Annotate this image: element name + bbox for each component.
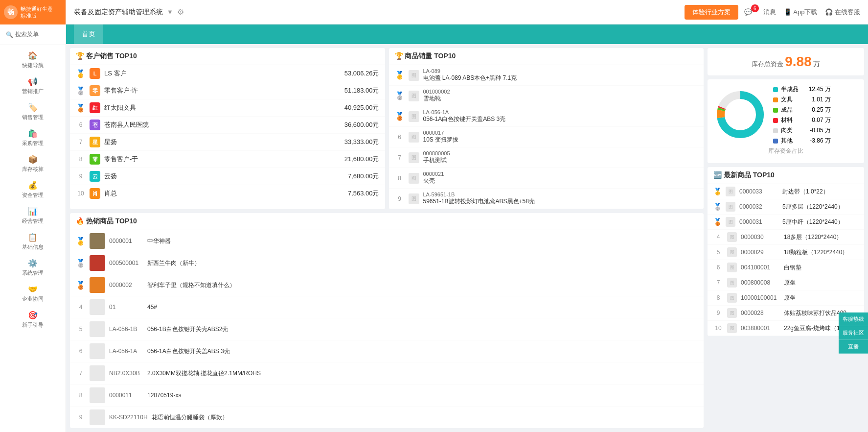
hot-rank-number: 4 — [76, 304, 86, 311]
newest-product-img: 图 — [726, 217, 735, 227]
sidebar-item-quick[interactable]: 🏠 快捷导航 — [0, 47, 66, 73]
customer-name: 零售客户-于 — [104, 155, 341, 164]
app-download-button[interactable]: 📱 App下载 — [784, 8, 817, 17]
hot-products-list: 🥇 0000001 中华神器 🥈 000500001 新西兰牛肉（新牛） 🥉 0… — [70, 230, 704, 428]
sidebar-item-base[interactable]: 📋 基础信息 — [0, 229, 66, 255]
online-service-button[interactable]: 🎧 在线客服 — [825, 8, 860, 17]
newest-product-img: 图 — [727, 308, 737, 318]
product-rank-card: 🏆 商品销量 TOP10 🥇 图 LA-089 电池盖 LA-089 ABS本色… — [389, 48, 704, 209]
gear-icon[interactable]: ⚙ — [177, 7, 184, 17]
sidebar-item-collab[interactable]: 🤝 企业协同 — [0, 281, 66, 307]
hot-product-code: 0000011 — [109, 392, 143, 399]
product-rank-table: 🥇 图 LA-089 电池盖 LA-089 ABS本色+黑种 7.1克 🥈 图 … — [389, 65, 704, 209]
sidebar-item-system[interactable]: ⚙️ 系统管理 — [0, 255, 66, 281]
headset-icon: 🎧 — [825, 8, 833, 16]
product-img: 图 — [409, 132, 419, 143]
newest-product-code: 0000029 — [741, 249, 780, 256]
product-img: 图 — [409, 152, 419, 163]
product-rank-row: 6 图 0000017 10S 变扭罗拔 — [389, 127, 704, 147]
product-img: 图 — [409, 91, 419, 101]
product-name: 雪地靴 — [423, 95, 698, 103]
search-menu-button[interactable]: 🔍 搜索菜单 — [4, 28, 62, 41]
topbar: 装备及固定资产辅助管理系统 ▼ ⚙ 体验行业方案 💬 6 消息 📱 App下载 … — [66, 0, 868, 24]
silver-medal-icon: 🥈 — [76, 86, 86, 96]
hot-product-name: 056-1A白色按键开关盖ABS 3壳 — [147, 347, 698, 356]
product-name: 夹壳 — [423, 177, 698, 185]
newest-product-name: 5厘中纤（1220*2440） — [782, 218, 858, 226]
trial-button[interactable]: 体验行业方案 — [685, 5, 738, 20]
nav-icon-finance: 💰 — [28, 181, 38, 190]
nav-icon-guide: 🎯 — [28, 311, 38, 320]
nav-icon-quick: 🏠 — [28, 51, 38, 60]
logo-icon: 畅 — [4, 5, 18, 19]
customer-badge: 红 — [90, 102, 100, 113]
float-btn[interactable]: 客服热线 — [839, 312, 868, 326]
newest-product-row: 🥉 图 0000031 5厘中纤（1220*2440） — [708, 215, 864, 230]
newest-product-row: 4 图 0000030 18多层（1220*2440） — [708, 230, 864, 245]
stock-chart-label: 库存资金占比 — [713, 145, 858, 157]
customer-rank-row: 🥈 零 零售客户-许 51,183.00元 — [70, 82, 385, 99]
float-buttons: 客服热线服务社区直播 — [839, 312, 868, 354]
product-rank-row: 9 图 LA-59651-1B 59651-1B旋转投影灯电池盒ABS黑色+58… — [389, 189, 704, 209]
customer-rank-row: 10 肖 肖总 7,563.00元 — [70, 185, 385, 202]
dropdown-icon[interactable]: ▼ — [167, 8, 173, 16]
customer-badge: 星 — [90, 137, 100, 147]
hot-rank-number: 8 — [76, 392, 86, 399]
panel-left: 🏆 客户销售 TOP10 🥇 L LS 客户 53,006.26元 🥈 零 零售… — [70, 48, 704, 428]
product-name: 10S 变扭罗拔 — [423, 136, 698, 144]
customer-rank-row: 8 零 零售客户-于 21,680.00元 — [70, 151, 385, 168]
stock-total-unit: 万 — [813, 60, 820, 68]
hot-product-name: 中华神器 — [147, 237, 698, 245]
hot-product-img — [90, 299, 105, 315]
legend-color — [773, 97, 778, 102]
sidebar-item-purchase[interactable]: 🛍️ 采购管理 — [0, 125, 66, 151]
phone-icon: 📱 — [784, 8, 792, 16]
sidebar-item-operation[interactable]: 📊 经营管理 — [0, 203, 66, 229]
legend-item: 文具 1.01 万 — [773, 96, 831, 104]
float-btn[interactable]: 直播 — [839, 340, 868, 354]
newest-product-img: 图 — [727, 247, 737, 257]
hot-product-img — [90, 409, 105, 425]
system-selector[interactable]: 装备及固定资产辅助管理系统 ▼ ⚙ — [74, 7, 679, 17]
customer-rank-row: 7 星 星扬 33,333.00元 — [70, 134, 385, 151]
customer-badge: 云 — [90, 171, 100, 182]
newest-product-code: 0000033 — [739, 188, 778, 195]
silver-medal-icon: 🥈 — [395, 91, 405, 100]
newest-product-code: 0000028 — [741, 310, 780, 316]
legend-color — [773, 128, 778, 133]
newest-rank-number: 9 — [713, 310, 723, 316]
customer-amount: 53,006.26元 — [344, 69, 379, 78]
hot-product-img — [90, 365, 105, 381]
sidebar-item-finance[interactable]: 💰 资金管理 — [0, 177, 66, 203]
sidebar-search[interactable]: 🔍 搜索菜单 — [0, 24, 66, 45]
message-button[interactable]: 💬 6 消息 — [744, 8, 776, 17]
legend-value: 0.25 万 — [801, 106, 831, 114]
hot-rank-number: 6 — [76, 348, 86, 355]
rank-section: 🏆 客户销售 TOP10 🥇 L LS 客户 53,006.26元 🥈 零 零售… — [70, 48, 704, 209]
sidebar-item-guide[interactable]: 🎯 新手引导 — [0, 307, 66, 333]
hot-product-code: 0000002 — [109, 282, 143, 288]
sidebar-item-sales[interactable]: 🏷️ 销售管理 — [0, 99, 66, 125]
newest-product-row: 8 图 10000100001 原坐 — [708, 290, 864, 306]
hot-product-img — [90, 343, 105, 359]
product-rank-row: 🥈 图 001000002 雪地靴 — [389, 86, 704, 106]
newest-product-img: 图 — [727, 278, 737, 288]
sidebar-item-marketing[interactable]: 📢 营销推广 — [0, 73, 66, 99]
customer-badge: 零 — [90, 85, 100, 96]
legend-name: 其他 — [781, 137, 799, 145]
rank-number: 7 — [76, 139, 86, 145]
panel-right: 库存总资金 9.88 万 — [708, 48, 864, 428]
nav-icon-sales: 🏷️ — [28, 103, 38, 112]
hot-product-name: 12070519-xs — [147, 392, 698, 399]
nav-icon-collab: 🤝 — [28, 285, 38, 294]
customer-name: LS 客户 — [104, 69, 341, 78]
product-name: 电池盖 LA-089 ABS本色+黑种 7.1克 — [423, 74, 698, 82]
nav-home[interactable]: 首页 — [74, 24, 103, 44]
product-code: LA-59651-1B — [423, 192, 698, 197]
sidebar-item-inventory[interactable]: 📦 库存核算 — [0, 151, 66, 177]
newest-product-name: 封边带（1.0*22） — [782, 188, 858, 196]
hot-product-code: 0000001 — [109, 238, 143, 244]
newest-product-img: 图 — [726, 202, 735, 212]
float-btn[interactable]: 服务社区 — [839, 326, 868, 340]
hot-product-row: 4 01 45# — [70, 296, 704, 318]
